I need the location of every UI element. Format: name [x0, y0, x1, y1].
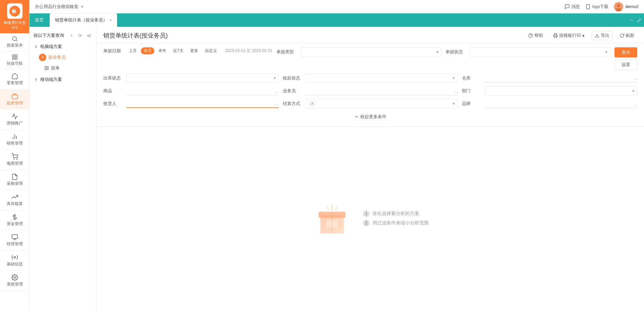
svg-point-13	[16, 159, 17, 160]
sidebar-item-system[interactable]: 系统管理	[0, 271, 29, 291]
tab-close-icon[interactable]: ×	[109, 18, 112, 22]
sidebar-item-search[interactable]: 搜索菜单	[0, 33, 29, 51]
doc-type-select[interactable]: ▾	[301, 47, 441, 57]
salesperson-input[interactable]: ...	[306, 87, 458, 95]
settlement-tag-x[interactable]: ✕	[311, 101, 314, 106]
doc-type-group: 单据类型 ▾	[276, 47, 441, 57]
sidebar-item-wholesale[interactable]: 批发管理	[0, 90, 29, 110]
tab-minimize-btn[interactable]: －	[629, 17, 634, 24]
consignee-dots[interactable]: ...	[275, 101, 279, 106]
date-btn-last-month[interactable]: 上月	[126, 47, 140, 54]
svg-point-19	[14, 277, 15, 278]
out-status-label: 出库状态	[103, 75, 123, 81]
filter-row-2: 出库状态 ▾ 收款状态 ▾ 仓库	[103, 73, 637, 83]
sidebar-item-sales[interactable]: 销售管理	[0, 130, 29, 150]
topbar-right: 消息 App下载 demo2	[565, 2, 639, 11]
tabbar: 首页 销货单统计表（按业务员） × － ⤢	[30, 13, 644, 27]
svg-rect-28	[45, 68, 46, 70]
date-btn-more[interactable]: 更多	[187, 47, 201, 54]
doc-status-label: 单据状态	[445, 49, 466, 55]
date-btn-custom[interactable]: 自定义	[202, 47, 220, 54]
user-area[interactable]: demo2	[614, 2, 639, 11]
hint-num-2: 2	[363, 220, 370, 226]
dept-select[interactable]: ▾	[485, 86, 637, 96]
template-print-arrow[interactable]: ▾	[582, 33, 585, 38]
main-content: 1 请先选择要分析的方案 2 用过滤条件来缩小分析范围	[97, 127, 644, 310]
export-btn[interactable]: 导出	[592, 31, 612, 40]
left-panel: 按以下方案查询 ＋ ⟳ ≪ 电脑端方案 按业务员	[30, 27, 97, 310]
sidebar-item-operation[interactable]: 经营管理	[0, 230, 29, 251]
goods-input[interactable]: ...	[126, 87, 279, 95]
consignee-group: 收货人 ...	[103, 99, 279, 108]
salesperson-dots[interactable]: ...	[454, 88, 458, 94]
app-download-btn[interactable]: App下载	[585, 4, 608, 10]
goods-dots[interactable]: ...	[275, 88, 279, 94]
goods-label: 商品	[103, 88, 123, 94]
logo-subtext: 标版	[11, 25, 18, 30]
panel-add-icon[interactable]: ＋	[68, 32, 75, 39]
right-panel: 销货单统计表(按业务员) 帮助 按模板打印 ▾ 导出	[97, 27, 644, 310]
svg-point-18	[14, 257, 15, 258]
sidebar-item-ecommerce[interactable]: 电商管理	[0, 150, 29, 170]
svg-rect-29	[47, 68, 48, 70]
panel-item-by-salesperson[interactable]: 按业务员	[30, 52, 96, 63]
brand-input[interactable]: ...	[485, 100, 637, 108]
help-btn[interactable]: 帮助	[525, 31, 546, 40]
panel-refresh-icon[interactable]: ⟳	[77, 32, 84, 39]
brand-dots[interactable]: ...	[633, 101, 637, 106]
main-area: 办公用品行业模拟账套 ▾ 消息 App下载 demo2 首页	[30, 0, 644, 310]
logo[interactable]: 畅 畅捷通好生意 标版	[0, 0, 29, 33]
panel-subitem-by-order[interactable]: 按单	[30, 63, 96, 73]
sidebar-item-marketing[interactable]: 营销推广	[0, 110, 29, 130]
panel-section-mobile-header[interactable]: 移动端方案	[30, 74, 96, 85]
hint-num-1: 1	[363, 210, 370, 217]
sidebar-item-inventory[interactable]: 库存核算	[0, 190, 29, 210]
refresh-btn[interactable]: 刷新	[616, 31, 637, 40]
username: demo2	[625, 4, 639, 9]
out-status-select[interactable]: ▾	[126, 73, 279, 83]
hint-text-1: 请先选择要分析的方案	[372, 211, 419, 217]
warehouse-input[interactable]: ...	[485, 74, 637, 83]
svg-line-3	[16, 40, 17, 41]
help-label: 帮助	[534, 33, 543, 39]
svg-text:畅: 畅	[12, 9, 16, 14]
tab-sales-stats[interactable]: 销货单统计表（按业务员） ×	[50, 13, 117, 27]
content-area: 按以下方案查询 ＋ ⟳ ≪ 电脑端方案 按业务员	[30, 27, 644, 310]
payment-status-arrow: ▾	[453, 76, 455, 81]
consignee-input[interactable]: ...	[126, 99, 279, 108]
sidebar-item-retail[interactable]: 零售管理	[0, 69, 29, 90]
panel-collapse-icon[interactable]: ≪	[86, 32, 92, 39]
sidebar-item-quick-nav[interactable]: 快捷导航	[0, 51, 29, 69]
svg-rect-15	[12, 235, 17, 239]
date-btn-this-month[interactable]: 本月	[141, 47, 154, 54]
brand-label: 品牌	[462, 101, 482, 107]
filter-row-3: 商品 ... 业务员 ... 部门	[103, 86, 637, 96]
panel-section-desktop-header[interactable]: 电脑端方案	[30, 42, 96, 52]
warehouse-dots[interactable]: ...	[633, 75, 637, 81]
message-btn[interactable]: 消息	[565, 4, 580, 10]
sidebar-item-basic[interactable]: 基础信息	[0, 251, 29, 271]
sidebar-item-finance[interactable]: 资金管理	[0, 210, 29, 230]
svg-rect-20	[586, 4, 589, 9]
topbar-dropdown-icon[interactable]: ▾	[81, 4, 84, 9]
tab-home[interactable]: 首页	[30, 13, 49, 27]
collapse-bar[interactable]: 收起更多条件	[103, 111, 637, 122]
filter-area: 单据日期 上月 本月 本年 近7天 更多 自定义 2023-03-01 至 20…	[97, 43, 644, 127]
date-btn-7days[interactable]: 近7天	[170, 47, 186, 54]
collapse-text: 收起更多条件	[360, 114, 386, 120]
doc-type-arrow: ▾	[436, 50, 438, 54]
tab-maximize-btn[interactable]: ⤢	[637, 17, 641, 23]
doc-status-group: 单据状态 ▾	[445, 47, 610, 57]
template-print-btn[interactable]: 按模板打印 ▾	[550, 31, 588, 40]
date-btn-this-year[interactable]: 本年	[156, 47, 169, 54]
hint-1: 1 请先选择要分析的方案	[363, 210, 429, 217]
payment-status-select[interactable]: ▾	[306, 73, 458, 83]
page-actions: 帮助 按模板打印 ▾ 导出 刷新	[525, 31, 637, 40]
query-button[interactable]: 查询	[614, 47, 637, 57]
date-buttons: 上月 本月 本年 近7天 更多 自定义	[126, 47, 220, 54]
doc-status-select[interactable]: ▾	[470, 47, 610, 57]
avatar	[614, 2, 623, 11]
settings-button[interactable]: 设置	[614, 59, 637, 70]
sidebar-item-purchase[interactable]: 采购管理	[0, 170, 29, 190]
settlement-select[interactable]: ✕ ▾	[306, 99, 458, 108]
